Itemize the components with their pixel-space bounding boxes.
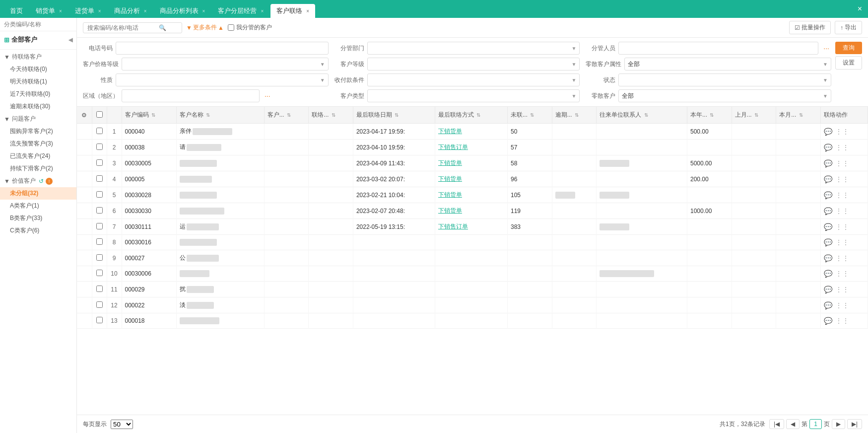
cell-checkbox[interactable]	[92, 313, 107, 329]
contact-action-icon[interactable]: 💬	[824, 128, 832, 136]
row-checkbox[interactable]	[96, 270, 103, 276]
col-this-year[interactable]: 本年... ⇅	[687, 107, 732, 124]
tab-product-analysis[interactable]: 商品分析 ×	[108, 4, 153, 18]
export-button[interactable]: ↑ 导出	[835, 21, 862, 34]
row-checkbox[interactable]	[96, 144, 103, 150]
more-action-icon[interactable]: ⋮⋮	[835, 254, 849, 262]
reset-button[interactable]: 设置	[835, 56, 862, 70]
contact-action-icon[interactable]: 💬	[824, 159, 832, 167]
contact-action-icon[interactable]: 💬	[824, 301, 832, 309]
sidebar-item-overdue[interactable]: 逾期未联络(30)	[0, 100, 76, 113]
close-purchase-tab[interactable]: ×	[98, 8, 101, 14]
tab-sales[interactable]: 销货单 ×	[30, 4, 68, 18]
more-action-icon[interactable]: ⋮⋮	[835, 238, 849, 246]
more-action-icon[interactable]: ⋮⋮	[835, 223, 849, 231]
cell-checkbox[interactable]	[92, 282, 107, 297]
cell-checkbox[interactable]	[92, 250, 107, 266]
cell-last-contact-type[interactable]	[435, 313, 507, 329]
row-checkbox[interactable]	[96, 175, 103, 182]
contact-action-icon[interactable]: 💬	[824, 175, 832, 183]
retail-attr-select[interactable]: 全部▼	[624, 58, 831, 71]
window-close-button[interactable]: ×	[856, 2, 864, 15]
tab-purchase[interactable]: 进货单 ×	[69, 4, 107, 18]
sidebar-item-class-a[interactable]: A类客户(1)	[0, 200, 76, 212]
more-action-icon[interactable]: ⋮⋮	[835, 175, 849, 183]
sidebar-item-abnormal[interactable]: 囤购异常客户(2)	[0, 125, 76, 138]
tab-customer-tier[interactable]: 客户分层经营 ×	[212, 4, 269, 18]
sidebar-item-lost[interactable]: 已流失客户(24)	[0, 150, 76, 162]
sidebar-item-class-b[interactable]: B类客户(33)	[0, 212, 76, 224]
cell-checkbox[interactable]	[92, 297, 107, 313]
person-ellipsis[interactable]: ···	[821, 44, 831, 52]
my-customers-filter[interactable]: 我分管的客户	[228, 23, 272, 32]
contact-action-icon[interactable]: 💬	[824, 238, 832, 246]
more-action-icon[interactable]: ⋮⋮	[835, 191, 849, 199]
cell-last-contact-type[interactable]	[435, 282, 507, 297]
row-checkbox[interactable]	[96, 207, 103, 214]
sidebar-item-today[interactable]: 今天待联络(0)	[0, 63, 76, 75]
dept-select[interactable]: ▼	[367, 42, 580, 55]
col-last-contact-type[interactable]: 最后联络方式 ⇅	[435, 107, 507, 124]
row-checkbox[interactable]	[96, 254, 103, 261]
cell-checkbox[interactable]	[92, 171, 107, 187]
cell-last-contact-type[interactable]	[435, 250, 507, 266]
cell-checkbox[interactable]	[92, 219, 107, 235]
cell-last-contact-type[interactable]: 下销货单	[435, 124, 507, 140]
cell-last-contact-type[interactable]	[435, 266, 507, 282]
more-action-icon[interactable]: ⋮⋮	[835, 301, 849, 309]
close-product-analysis-tab[interactable]: ×	[144, 8, 147, 14]
cell-last-contact-type[interactable]: 下销货单	[435, 187, 507, 203]
prev-page-button[interactable]: ◀	[786, 419, 800, 429]
first-page-button[interactable]: |◀	[769, 419, 784, 429]
col-settings[interactable]: ⚙	[77, 107, 92, 124]
contact-action-icon[interactable]: 💬	[824, 317, 832, 325]
last-page-button[interactable]: ▶|	[847, 419, 862, 429]
refresh-icon[interactable]: ↺	[39, 178, 44, 185]
payment-select[interactable]: ▼	[367, 73, 580, 86]
row-checkbox[interactable]	[96, 191, 103, 198]
row-checkbox[interactable]	[96, 238, 103, 245]
col-contact[interactable]: 联络... ⇅	[309, 107, 353, 124]
cell-checkbox[interactable]	[92, 124, 107, 140]
sidebar-item-churn-warning[interactable]: 流失预警客户(3)	[0, 138, 76, 150]
region-input[interactable]	[122, 89, 260, 102]
page-size-select[interactable]: 50 100 200	[111, 420, 133, 429]
query-button[interactable]: 查询	[835, 42, 862, 54]
more-conditions-button[interactable]: ▼ 更多条件 ▲	[186, 23, 224, 32]
col-not-contacted[interactable]: 未联... ⇅	[508, 107, 552, 124]
more-action-icon[interactable]: ⋮⋮	[835, 159, 849, 167]
my-customers-checkbox[interactable]	[228, 24, 234, 31]
select-all-checkbox[interactable]	[96, 111, 103, 118]
row-checkbox[interactable]	[96, 301, 103, 308]
row-checkbox[interactable]	[96, 223, 103, 229]
tab-home[interactable]: 首页	[4, 4, 29, 18]
more-action-icon[interactable]: ⋮⋮	[835, 317, 849, 325]
more-action-icon[interactable]: ⋮⋮	[835, 270, 849, 278]
contact-action-icon[interactable]: 💬	[824, 286, 832, 293]
customer-level-select[interactable]: ▼	[367, 58, 580, 71]
cell-checkbox[interactable]	[92, 266, 107, 282]
all-customers-header[interactable]: ⊞ 全部客户 ◀	[0, 31, 76, 48]
col-type[interactable]: 客户... ⇅	[264, 107, 309, 124]
sidebar-item-tomorrow[interactable]: 明天待联络(1)	[0, 75, 76, 88]
tab-product-analysis-list[interactable]: 商品分析列表 ×	[154, 4, 211, 18]
sidebar-item-class-c[interactable]: C类客户(6)	[0, 224, 76, 237]
more-action-icon[interactable]: ⋮⋮	[835, 144, 849, 151]
close-product-analysis-list-tab[interactable]: ×	[202, 8, 205, 14]
cell-last-contact-type[interactable]	[435, 297, 507, 313]
close-customer-contact-tab[interactable]: ×	[306, 8, 309, 14]
sidebar-collapse-button[interactable]: ◀	[68, 37, 72, 43]
phone-input[interactable]	[116, 42, 329, 55]
nature-select[interactable]: ▼	[116, 73, 329, 86]
sidebar-search-input[interactable]	[4, 21, 77, 28]
cell-last-contact-type[interactable]: 下销货单	[435, 203, 507, 219]
contact-action-icon[interactable]: 💬	[824, 191, 832, 199]
cell-last-contact-type[interactable]: 下销货单	[435, 155, 507, 171]
cell-checkbox[interactable]	[92, 187, 107, 203]
tab-customer-contact[interactable]: 客户联络 ×	[270, 4, 315, 18]
col-contact-person[interactable]: 往来单位联系人 ⇅	[597, 107, 687, 124]
cell-last-contact-type[interactable]	[435, 235, 507, 250]
contact-action-icon[interactable]: 💬	[824, 270, 832, 278]
col-code[interactable]: 客户编码 ⇅	[122, 107, 176, 124]
retail-customer-select[interactable]: 全部▼	[618, 89, 831, 102]
